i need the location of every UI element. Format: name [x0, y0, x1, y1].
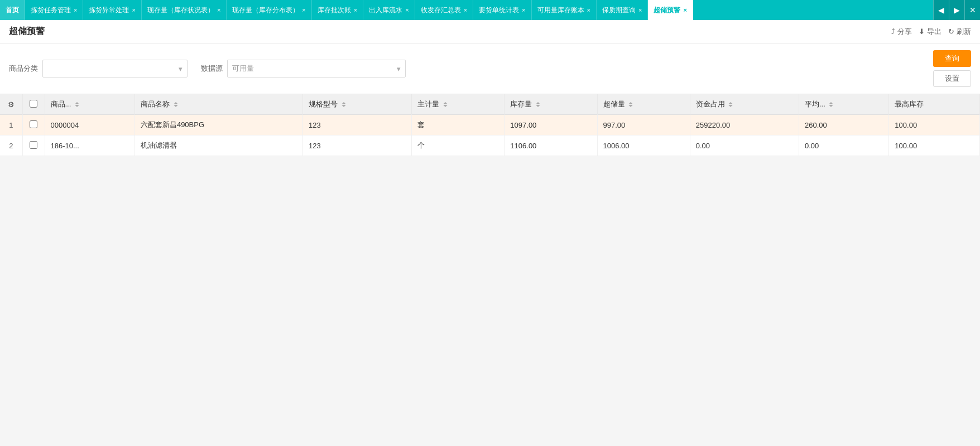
nav-tab-quality-close[interactable]: × [638, 7, 642, 13]
nav-tab-inout-flow-label: 出入库流水 [369, 6, 402, 15]
export-button[interactable]: ⬇ 导出 [919, 27, 941, 37]
share-button[interactable]: ⤴ 分享 [891, 27, 912, 37]
table-col-overstock[interactable]: 超储量 [597, 94, 690, 115]
table-col-unit[interactable]: 主计量 [412, 94, 505, 115]
datasource-select-value: 可用量 [232, 64, 254, 74]
nav-tab-abnormal[interactable]: 拣货异常处理 × [83, 0, 141, 20]
row-2-product-name: 机油滤清器 [134, 135, 302, 156]
row-2-stock: 1106.00 [505, 135, 597, 156]
nav-tab-task-mgmt[interactable]: 拣货任务管理 × [25, 0, 83, 20]
category-select[interactable]: ▾ [42, 60, 188, 77]
sort-icon-product-name [174, 102, 178, 107]
top-nav: 首页 拣货任务管理 × 拣货异常处理 × 现存量（库存状况表） × 现存量（库存… [0, 0, 980, 20]
table-col-stock[interactable]: 库存量 [505, 94, 597, 115]
col-overstock-label: 超储量 [603, 100, 625, 108]
nav-tab-overstock-label: 超储预警 [654, 6, 680, 15]
col-max-stock-label: 最高库存 [895, 100, 924, 108]
table-checkbox-col [22, 94, 45, 115]
nav-tab-stock-dist[interactable]: 现存量（库存分布表） × [227, 0, 311, 20]
nav-tab-abnormal-close[interactable]: × [132, 7, 135, 13]
table-row: 1 0000004 六配套新昌490BPG 123 套 1097.00 997.… [0, 115, 980, 135]
sort-icon-unit [443, 102, 448, 107]
row-2-num: 2 [0, 135, 22, 156]
gear-icon: ⚙ [8, 100, 15, 109]
refresh-icon: ↻ [948, 27, 954, 36]
nav-tab-collect-close[interactable]: × [464, 7, 467, 13]
nav-tab-quality[interactable]: 保质期查询 × [597, 0, 648, 20]
table-col-product-name[interactable]: 商品名称 [134, 94, 302, 115]
nav-tab-task-mgmt-label: 拣货任务管理 [31, 6, 71, 15]
row-2-checkbox[interactable] [30, 141, 37, 149]
col-product-name-label: 商品名称 [141, 100, 170, 108]
col-stock-label: 库存量 [510, 100, 532, 108]
row-1-avg: 260.00 [799, 115, 888, 135]
export-label: 导出 [927, 27, 941, 37]
datasource-select-arrow: ▾ [397, 65, 401, 73]
nav-tab-available-close[interactable]: × [587, 7, 590, 13]
nav-tab-overstock[interactable]: 超储预警 × [648, 0, 693, 20]
row-2-max-stock: 100.00 [889, 135, 980, 156]
table-col-product-code[interactable]: 商品... [45, 94, 134, 115]
row-2-avg: 0.00 [799, 135, 888, 156]
row-1-checkbox[interactable] [30, 120, 37, 128]
col-unit-label: 主计量 [417, 100, 439, 108]
table-col-capital[interactable]: 资金占用 [690, 94, 799, 115]
row-1-num: 1 [0, 115, 22, 135]
page-header: 超储预警 ⤴ 分享 ⬇ 导出 ↻ 刷新 [0, 20, 980, 43]
row-2-spec: 123 [302, 135, 411, 156]
nav-tab-home[interactable]: 首页 [0, 0, 25, 20]
filter-group-datasource: 数据源 可用量 ▾ [201, 60, 406, 77]
row-2-checkbox-cell [22, 135, 45, 156]
table-settings-col[interactable]: ⚙ [0, 94, 22, 115]
nav-next-button[interactable]: ▶ [949, 0, 964, 20]
nav-tab-quality-label: 保质期查询 [602, 6, 636, 15]
sort-icon-product-code [75, 102, 79, 107]
category-label: 商品分类 [9, 64, 38, 74]
settings-button[interactable]: 设置 [933, 70, 971, 87]
row-1-product-code: 0000004 [45, 115, 134, 135]
datasource-label: 数据源 [201, 64, 223, 74]
datasource-select[interactable]: 可用量 ▾ [227, 60, 406, 77]
nav-tab-batch-close[interactable]: × [354, 7, 357, 13]
filter-group-category: 商品分类 ▾ [9, 60, 188, 77]
col-spec-label: 规格型号 [309, 100, 338, 108]
filter-actions: 查询 设置 [933, 50, 971, 87]
row-2-unit: 个 [412, 135, 505, 156]
refresh-button[interactable]: ↻ 刷新 [948, 27, 971, 37]
nav-tab-inout-flow[interactable]: 出入库流水 × [363, 0, 415, 20]
nav-tab-task-mgmt-close[interactable]: × [74, 7, 77, 13]
table-col-max-stock[interactable]: 最高库存 [889, 94, 980, 115]
page-title: 超储预警 [9, 26, 45, 37]
row-1-checkbox-cell [22, 115, 45, 135]
nav-tab-stock-dist-close[interactable]: × [302, 7, 305, 13]
nav-tab-order-stat-close[interactable]: × [522, 7, 525, 13]
row-2-overstock: 1006.00 [597, 135, 690, 156]
row-2-product-code: 186-10... [45, 135, 134, 156]
nav-tab-overstock-close[interactable]: × [683, 7, 686, 13]
nav-prev-button[interactable]: ◀ [933, 0, 949, 20]
sort-icon-stock [536, 102, 540, 107]
nav-tab-stock-status-close[interactable]: × [217, 7, 220, 13]
export-icon: ⬇ [919, 27, 925, 36]
nav-tab-batch[interactable]: 库存批次账 × [312, 0, 363, 20]
table-header-row: ⚙ 商品... 商品名称 规格型号 主计量 [0, 94, 980, 115]
nav-tab-available[interactable]: 可用量库存账本 × [532, 0, 597, 20]
select-all-checkbox[interactable] [30, 100, 37, 108]
nav-tab-order-stat[interactable]: 要货单统计表 × [473, 0, 531, 20]
query-button[interactable]: 查询 [933, 50, 971, 67]
nav-tab-inout-flow-close[interactable]: × [405, 7, 409, 13]
nav-close-button[interactable]: ✕ [964, 0, 980, 20]
nav-tab-stock-dist-label: 现存量（库存分布表） [232, 6, 299, 15]
nav-tab-batch-label: 库存批次账 [318, 6, 351, 15]
nav-tab-abnormal-label: 拣货异常处理 [89, 6, 129, 15]
category-select-arrow: ▾ [179, 65, 182, 73]
share-icon: ⤴ [891, 27, 895, 36]
sort-icon-overstock [628, 102, 633, 107]
nav-tab-available-label: 可用量库存账本 [537, 6, 584, 15]
table-col-spec[interactable]: 规格型号 [302, 94, 411, 115]
nav-tab-collect[interactable]: 收发存汇总表 × [415, 0, 473, 20]
nav-tab-stock-status[interactable]: 现存量（库存状况表） × [142, 0, 227, 20]
row-1-stock: 1097.00 [505, 115, 597, 135]
table-col-avg[interactable]: 平均... [799, 94, 888, 115]
refresh-label: 刷新 [957, 27, 971, 37]
